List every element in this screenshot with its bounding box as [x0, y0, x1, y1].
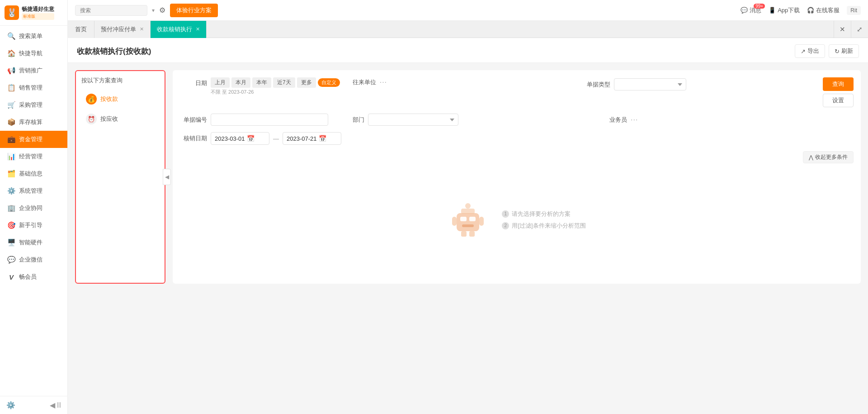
sidebar-item-system[interactable]: ⚙️ 系统管理 [0, 182, 67, 200]
date-custom-badge: 自定义 [318, 78, 340, 87]
sidebar-item-hardware[interactable]: 🖥️ 智能硬件 [0, 234, 67, 251]
doc-num-input[interactable] [211, 114, 328, 126]
app-label: App下载 [778, 6, 800, 14]
svg-rect-6 [461, 231, 467, 237]
salesperson-dots-btn[interactable]: ··· [631, 116, 638, 124]
collapse-more-label: 收起更多条件 [815, 153, 848, 161]
export-icon: ↗ [801, 48, 806, 55]
inventory-icon: 📦 [7, 118, 15, 126]
sidebar-item-operations[interactable]: 📊 经营管理 [0, 148, 67, 165]
tab-verify-close-icon[interactable]: ✕ [196, 26, 200, 32]
refresh-label: 刷新 [841, 47, 853, 55]
empty-text: 1 请先选择要分析的方案 2 用[过滤]条件来缩小分析范围 [502, 208, 585, 232]
system-icon: ⚙️ [7, 187, 15, 195]
form-row-3: 核销日期 2023-03-01 📅 — 2023-07-21 📅 [180, 132, 854, 145]
quick-nav-icon: 🏠 [7, 49, 15, 57]
panel-item-by-receipt[interactable]: 💰 按收款 [81, 90, 159, 108]
verify-date-start-input[interactable]: 2023-03-01 📅 [211, 132, 269, 145]
tab-verify[interactable]: 收款核销执行 ✕ [151, 21, 207, 38]
query-btn[interactable]: 查询 [823, 77, 854, 91]
sidebar-label-finance: 资金管理 [19, 135, 42, 143]
date-more-btn[interactable]: 更多 [297, 77, 316, 88]
by-receipt-label: 按收款 [100, 95, 118, 103]
page-title: 收款核销执行(按收款) [77, 46, 151, 57]
tab-expand-icon[interactable]: ⤢ [851, 21, 868, 38]
industry-btn[interactable]: 体验行业方案 [170, 4, 218, 17]
sidebar-nav: 🔍 搜索菜单 🏠 快捷导航 📢 营销推广 📋 销售管理 🛒 采购管理 📦 库存核… [0, 26, 67, 396]
date-this-year-btn[interactable]: 本年 [252, 77, 271, 88]
topbar-msg-btn[interactable]: 💬 消息 99+ [741, 6, 761, 14]
step-2-num: 2 [502, 222, 509, 229]
panel-item-by-receivable[interactable]: ⏰ 按应收 [81, 110, 159, 128]
service-icon: 🎧 [807, 7, 814, 14]
date-this-month-btn[interactable]: 本月 [231, 77, 250, 88]
sidebar-item-purchase[interactable]: 🛒 采购管理 [0, 96, 67, 114]
empty-state: 1 请先选择要分析的方案 2 用[过滤]条件来缩小分析范围 [180, 163, 854, 276]
tab-prepay[interactable]: 预付冲应付单 ✕ [94, 21, 151, 38]
topbar-gear-icon[interactable]: ⚙ [159, 6, 165, 14]
sidebar-label-enterprise: 企业协同 [19, 204, 42, 212]
sidebar-item-wechat[interactable]: 💬 企业微信 [0, 251, 67, 268]
svg-rect-7 [469, 231, 475, 237]
export-btn[interactable]: ↗ 导出 [795, 44, 825, 58]
refresh-btn[interactable]: ↻ 刷新 [829, 44, 859, 58]
topbar: ▾ ⚙ 体验行业方案 💬 消息 99+ 📱 App下载 🎧 在线客服 Rit [68, 0, 868, 21]
topbar-user[interactable]: Rit [847, 6, 861, 15]
query-btns: 查询 设置 [823, 77, 854, 107]
tab-home[interactable]: 首页 [68, 21, 94, 38]
sidebar-item-inventory[interactable]: 📦 库存核算 [0, 114, 67, 131]
sidebar-item-guide[interactable]: 🎯 新手引导 [0, 217, 67, 234]
date-7days-btn[interactable]: 近7天 [273, 77, 295, 88]
operations-icon: 📊 [7, 152, 15, 161]
guide-icon: 🎯 [7, 221, 15, 229]
date-label: 日期 [180, 77, 207, 87]
settings-btn[interactable]: 设置 [823, 94, 854, 107]
sidebar: 🐰 畅捷通好生意 标准版 🔍 搜索菜单 🏠 快捷导航 📢 营销推广 📋 销售管理… [0, 0, 68, 414]
collapse-sidebar-icon[interactable]: ◀‍ ‍‍‍‍‍II [50, 401, 61, 409]
by-receivable-icon: ⏰ [86, 114, 97, 124]
svg-rect-5 [479, 217, 484, 226]
topbar-chevron-icon[interactable]: ▾ [152, 7, 155, 14]
sidebar-label-marketing: 营销推广 [19, 67, 42, 75]
panel-title: 按以下方案查询 [81, 76, 159, 85]
sidebar-item-enterprise[interactable]: 🏢 企业协同 [0, 200, 67, 217]
sidebar-item-basic-info[interactable]: 🗂️ 基础信息 [0, 165, 67, 182]
sidebar-item-search-menu[interactable]: 🔍 搜索菜单 [0, 28, 67, 45]
panel-collapse-btn[interactable]: ◀ [163, 169, 171, 185]
sales-icon: 📋 [7, 84, 15, 92]
logo-icon: 🐰 [5, 5, 19, 20]
enterprise-icon: 🏢 [7, 204, 15, 212]
tabbar: 首页 预付冲应付单 ✕ 收款核销执行 ✕ ✕ ⤢ [68, 21, 868, 38]
member-icon: V [7, 273, 15, 281]
date-last-month-btn[interactable]: 上月 [211, 77, 230, 88]
svg-rect-1 [460, 217, 467, 221]
collapse-more-btn[interactable]: ⋀ 收起更多条件 [803, 151, 854, 163]
topbar-app-btn[interactable]: 📱 App下载 [769, 6, 800, 14]
dept-select[interactable] [368, 114, 458, 126]
doc-num-label: 单据编号 [180, 116, 207, 124]
sidebar-item-quick-nav[interactable]: 🏠 快捷导航 [0, 45, 67, 62]
logo-text-area: 畅捷通好生意 标准版 [22, 5, 54, 20]
svg-rect-0 [457, 213, 479, 231]
sidebar-item-finance[interactable]: 💼 资金管理 [0, 131, 67, 148]
left-panel: 按以下方案查询 💰 按收款 ⏰ 按应收 ◀ [75, 70, 165, 284]
verify-date-end-input[interactable]: 2023-07-21 📅 [283, 132, 341, 145]
tab-prepay-close-icon[interactable]: ✕ [140, 26, 144, 32]
sidebar-item-member[interactable]: V 畅会员 [0, 268, 67, 286]
dept-field: 部门 [337, 114, 591, 126]
salesperson-label: 业务员 [600, 116, 627, 124]
tab-close-all-icon[interactable]: ✕ [834, 21, 851, 38]
settings-bottom-icon[interactable]: ⚙️ [6, 401, 15, 409]
sidebar-label-quick-nav: 快捷导航 [19, 49, 42, 57]
topbar-search-input[interactable] [75, 5, 147, 16]
hardware-icon: 🖥️ [7, 238, 15, 247]
basic-info-icon: 🗂️ [7, 170, 15, 178]
sidebar-item-marketing[interactable]: 📢 营销推广 [0, 62, 67, 79]
empty-step-2: 2 用[过滤]条件来缩小分析范围 [502, 220, 585, 232]
app-icon: 📱 [769, 7, 776, 14]
topbar-service-btn[interactable]: 🎧 在线客服 [807, 6, 840, 14]
page-content: 收款核销执行(按收款) ↗ 导出 ↻ 刷新 按以下方案查询 💰 按收款 [68, 38, 868, 414]
counterparty-dots-btn[interactable]: ··· [380, 78, 387, 86]
sidebar-item-sales[interactable]: 📋 销售管理 [0, 79, 67, 96]
doc-type-select[interactable] [614, 78, 686, 90]
